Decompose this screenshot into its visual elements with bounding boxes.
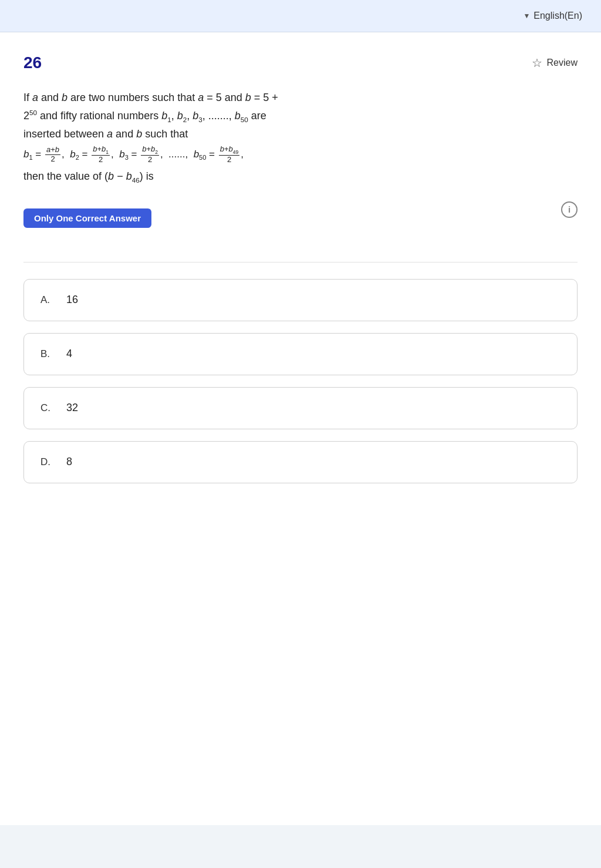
- top-bar: ▼ English(En): [0, 0, 601, 32]
- option-b-value: 4: [66, 348, 72, 360]
- option-d-letter: D.: [40, 456, 53, 468]
- answer-type-badge: Only One Correct Answer: [23, 208, 151, 228]
- question-line-2: 250 and fifty rational numbers b1, b2, b…: [23, 107, 578, 125]
- option-c-value: 32: [66, 402, 78, 414]
- option-c-letter: C.: [40, 402, 53, 414]
- option-b[interactable]: B. 4: [23, 333, 578, 375]
- question-math: b1 = a+b2, b2 = b+b12, b3 = b+b22, .....…: [23, 143, 578, 165]
- question-number: 26: [23, 53, 42, 72]
- star-icon: ☆: [532, 56, 542, 70]
- language-label: English(En): [534, 11, 582, 21]
- option-d[interactable]: D. 8: [23, 441, 578, 483]
- question-line-3: inserted between a and b such that: [23, 125, 578, 143]
- main-content: 26 ☆ Review If a and b are two numbers s…: [0, 32, 601, 825]
- question-header: 26 ☆ Review: [23, 53, 578, 72]
- options-list: A. 16 B. 4 C. 32 D. 8: [23, 279, 578, 483]
- option-a[interactable]: A. 16: [23, 279, 578, 321]
- question-line-4: then the value of (b − b46) is: [23, 167, 578, 186]
- option-d-value: 8: [66, 456, 72, 468]
- review-button[interactable]: ☆ Review: [532, 56, 578, 70]
- question-line-1: If a and b are two numbers such that a =…: [23, 89, 578, 107]
- review-label: Review: [547, 58, 578, 68]
- chevron-down-icon: ▼: [523, 12, 530, 20]
- language-selector[interactable]: ▼ English(En): [523, 11, 582, 21]
- question-body: If a and b are two numbers such that a =…: [23, 89, 578, 186]
- option-c[interactable]: C. 32: [23, 387, 578, 429]
- option-a-letter: A.: [40, 294, 53, 306]
- divider: [23, 262, 578, 263]
- option-a-value: 16: [66, 294, 78, 306]
- option-b-letter: B.: [40, 348, 53, 360]
- info-icon[interactable]: i: [561, 201, 578, 218]
